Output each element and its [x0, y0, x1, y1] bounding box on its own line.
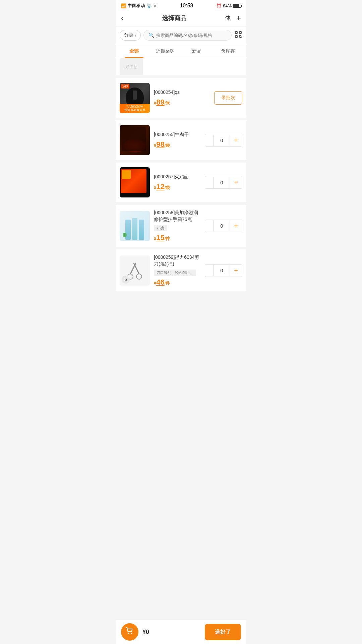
qty-value-259: 0 — [213, 265, 230, 276]
svg-rect-2 — [235, 36, 237, 38]
price-num-255: 98 — [156, 140, 164, 149]
tab-negative-stock[interactable]: 负库存 — [213, 44, 244, 58]
svg-point-14 — [131, 633, 132, 634]
product-action-257: 0 + — [205, 176, 242, 189]
product-name-255: [0000255]牛肉干 — [154, 131, 201, 138]
product-item: 1元预定鼠标预售鼠标赢大奖 249 [0000254]qs ¥89/米 录批次 — [116, 78, 246, 120]
product-info-257: [0000257]火鸡面 ¥12/袋 — [154, 174, 201, 191]
qty-increase-257[interactable]: + — [230, 176, 242, 188]
product-item-259: b [0000259]得力6034剪刀(混)(把) 刀口锋利、经久耐用、 ¥46… — [116, 249, 246, 294]
confirm-button[interactable]: 选好了 — [205, 624, 241, 640]
product-action-255: 0 + — [205, 134, 242, 147]
cream-tube-3 — [139, 220, 144, 240]
product-info-259: [0000259]得力6034剪刀(混)(把) 刀口锋利、经久耐用、 ¥46/件 — [154, 254, 201, 287]
svg-line-12 — [134, 263, 139, 274]
svg-point-10 — [136, 274, 142, 279]
batch-button-254[interactable]: 录批次 — [214, 91, 242, 105]
product-image-scissors: b — [120, 255, 150, 286]
ramen-logo — [122, 170, 131, 179]
bottom-bar: ¥0 选好了 — [116, 620, 246, 644]
qty-increase-258[interactable]: + — [230, 220, 242, 232]
scissors-logo: b — [122, 276, 130, 284]
search-bar: 分类 › 🔍 — [116, 26, 246, 44]
qty-control-255: 0 + — [205, 134, 242, 147]
product-name-254: [0000254]qs — [154, 89, 210, 96]
price-num-254: 89 — [156, 98, 164, 106]
svg-rect-0 — [235, 32, 237, 34]
svg-point-13 — [128, 633, 129, 634]
scan-icon[interactable] — [234, 31, 242, 40]
battery-label: 84% — [223, 3, 232, 8]
product-image-beef — [120, 125, 150, 155]
svg-rect-1 — [239, 32, 241, 34]
product-name-259: [0000259]得力6034剪刀(混)(把) — [154, 254, 201, 267]
beef-bg — [122, 127, 146, 151]
price-num-258: 15 — [156, 233, 164, 242]
cart-button[interactable] — [121, 623, 138, 641]
qty-increase-255[interactable]: + — [230, 134, 242, 146]
product-image-mouse: 1元预定鼠标预售鼠标赢大奖 249 — [120, 83, 150, 113]
filter-icon[interactable]: ⚗ — [225, 14, 231, 22]
product-list: 好主意 1元预定鼠标预售鼠标赢大奖 249 [0000254]qs ¥89/米 … — [116, 58, 246, 294]
tab-new[interactable]: 新品 — [181, 44, 213, 58]
tab-recent[interactable]: 近期采购 — [150, 44, 181, 58]
product-price-255: ¥98/袋 — [154, 140, 201, 149]
product-action-254: 录批次 — [214, 91, 242, 105]
search-input[interactable] — [156, 33, 227, 38]
product-info-255: [0000255]牛肉干 ¥98/袋 — [154, 131, 201, 149]
qty-value-258: 0 — [213, 220, 230, 231]
back-button[interactable]: ‹ — [121, 14, 123, 22]
cart-icon — [125, 627, 134, 637]
product-price-259: ¥46/件 — [154, 278, 201, 287]
mouse-badge: 1元预定鼠标预售鼠标赢大奖 — [120, 104, 150, 113]
nav-bar: ‹ 选择商品 ⚗ + — [116, 10, 246, 26]
category-label: 分类 — [124, 32, 133, 38]
product-image-ramen — [120, 167, 150, 197]
product-name-258: [0000258]美加净滋润修护型护手霜75克 — [154, 210, 201, 223]
partial-image: 好主意 — [120, 58, 143, 75]
status-left: 📶 中国移动 📡 ✳ — [121, 3, 157, 9]
category-arrow: › — [135, 33, 136, 38]
qty-decrease-258[interactable] — [205, 223, 213, 229]
price-num-257: 12 — [156, 182, 164, 191]
cream-tube-2 — [132, 218, 137, 240]
cream-leaf — [122, 232, 128, 239]
product-item-257: [0000257]火鸡面 ¥12/袋 0 + — [116, 163, 246, 205]
nav-left: ‹ — [121, 14, 123, 22]
product-info-258: [0000258]美加净滋润修护型护手霜75克 75克 ¥15/件 — [154, 210, 201, 242]
product-info-254: [0000254]qs ¥89/米 — [154, 89, 210, 107]
qty-increase-259[interactable]: + — [230, 265, 242, 277]
status-right: ⏰ 84% — [216, 3, 241, 8]
product-price-254: ¥89/米 — [154, 98, 210, 107]
search-input-wrap: 🔍 — [143, 30, 232, 41]
partial-image-label: 好主意 — [125, 64, 137, 70]
qty-control-259: 0 + — [205, 264, 242, 277]
qty-decrease-259[interactable] — [205, 268, 213, 273]
product-tag-259: 刀口锋利、经久耐用、 — [154, 270, 196, 276]
product-name-257: [0000257]火鸡面 — [154, 174, 201, 180]
category-button[interactable]: 分类 › — [120, 30, 141, 41]
product-tag-258: 75克 — [154, 225, 167, 231]
product-action-258: 0 + — [205, 220, 242, 232]
alarm-icon: ⏰ — [216, 3, 222, 8]
sync-icon: ✳ — [153, 3, 157, 8]
price-num-259: 46 — [156, 278, 164, 286]
product-item-258: [0000258]美加净滋润修护型护手霜75克 75克 ¥15/件 0 + — [116, 205, 246, 249]
qty-value-257: 0 — [213, 177, 230, 188]
product-action-259: 0 + — [205, 264, 242, 277]
add-icon[interactable]: + — [236, 13, 241, 23]
qty-decrease-255[interactable] — [205, 137, 213, 143]
product-price-257: ¥12/袋 — [154, 182, 201, 191]
product-price-258: ¥15/件 — [154, 233, 201, 242]
nav-title: 选择商品 — [162, 14, 186, 22]
qty-control-258: 0 + — [205, 220, 242, 232]
qty-control-257: 0 + — [205, 176, 242, 189]
nav-right: ⚗ + — [225, 13, 241, 23]
tab-bar: 全部 近期采购 新品 负库存 — [116, 44, 246, 58]
status-time: 10:58 — [180, 3, 193, 9]
product-image-cream — [120, 211, 150, 241]
qty-decrease-257[interactable] — [205, 180, 213, 185]
tab-all[interactable]: 全部 — [118, 44, 150, 58]
search-icon: 🔍 — [148, 33, 154, 38]
product-item-partial: 好主意 — [116, 58, 246, 78]
